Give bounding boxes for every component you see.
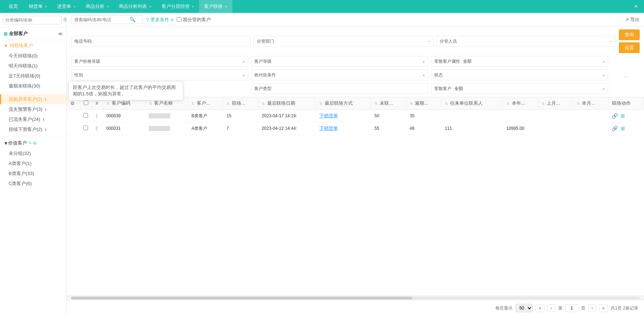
- nav-tab-analysis-close[interactable]: ×: [107, 4, 109, 9]
- th-last-date[interactable]: ⇅ 最后联络日期: [258, 97, 316, 110]
- nav-tab-customer-segment[interactable]: 客户分层经营 ×: [157, 0, 199, 13]
- filter-price-level[interactable]: 客户价格等级 ∨: [71, 56, 248, 67]
- sidebar-collapse-button[interactable]: ≪: [58, 31, 63, 37]
- action-link-icon-1[interactable]: 🔗: [612, 113, 618, 119]
- last-page-button[interactable]: »: [599, 304, 608, 312]
- last-method-link-2[interactable]: 下销货单: [319, 126, 338, 131]
- nav-tab-home[interactable]: 首页: [3, 0, 24, 13]
- first-page-button[interactable]: «: [536, 304, 545, 312]
- sidebar-item-churn-warning[interactable]: 流失预警客户(3) ℹ: [0, 104, 66, 114]
- th-unit-contact[interactable]: ⇅ 往来单位联系人: [441, 97, 502, 110]
- search-icon[interactable]: 🔍: [130, 17, 135, 22]
- filter-manager[interactable]: 分管人员 ···: [436, 36, 616, 47]
- sidebar-search-input[interactable]: [3, 16, 62, 24]
- sidebar-item-class-c[interactable]: C类客户(6): [0, 179, 66, 189]
- nav-tab-purchase-close[interactable]: ×: [73, 4, 75, 9]
- my-customers-checkbox-label[interactable]: 我分管的客户: [177, 16, 211, 23]
- more-conditions-button[interactable]: ▽ 更多条件 ∨: [146, 16, 174, 23]
- edit-icon[interactable]: ✎: [28, 141, 32, 146]
- th-overdue[interactable]: ⇅ 逾期...: [406, 97, 441, 110]
- sidebar-search-icon[interactable]: 🔍: [63, 18, 67, 23]
- search-input[interactable]: [74, 17, 128, 22]
- sidebar-group-waiting[interactable]: ▼ 待联络客户: [0, 40, 66, 51]
- nav-tab-purchase[interactable]: 进货单 ×: [52, 0, 80, 13]
- row-checkbox-2[interactable]: [83, 126, 88, 130]
- filter-dept[interactable]: 分管部门 ∨: [254, 36, 433, 47]
- settings-col-icon[interactable]: ⚙: [70, 101, 75, 106]
- table-wrapper[interactable]: ⚙ # ⇅ 客户编码 ⇅ 客户: [67, 97, 644, 296]
- page-unit-label: 页: [581, 305, 585, 311]
- nav-tab-sales-close[interactable]: ×: [45, 4, 47, 9]
- filter-dept-label: 分管部门: [257, 38, 274, 44]
- prev-page-button[interactable]: ‹: [547, 304, 555, 312]
- nav-tab-analysis-list[interactable]: 商品分析列表 ×: [114, 0, 156, 13]
- sidebar-item-class-a[interactable]: A类客户(1): [0, 159, 66, 169]
- td-uncontacted-1: 50: [371, 110, 406, 122]
- next-page-button[interactable]: ›: [588, 304, 596, 312]
- query-button[interactable]: 查询: [619, 29, 640, 40]
- sort-icon5: ⇅: [262, 102, 265, 105]
- td-actions-1: 🔗 ⊞: [608, 110, 644, 122]
- th-this-month[interactable]: ⇅ 本月...: [573, 97, 608, 110]
- sidebar-item-overdue[interactable]: 逾期未联络(30): [0, 81, 66, 91]
- sidebar-item-tomorrow[interactable]: 明天待联络(1): [0, 61, 66, 71]
- sidebar-item-repurchase-abnormal[interactable]: 回购异常客户(2) ℹ: [0, 94, 66, 104]
- th-contact-label: 联络...: [232, 100, 245, 106]
- nav-tab-customer-contact[interactable]: 客户联络 ×: [199, 0, 232, 13]
- row-checkbox-1[interactable]: [83, 113, 88, 118]
- td-code-1: 000039: [103, 110, 145, 122]
- sidebar-item-churned[interactable]: 已流失客户(24) ℹ: [0, 114, 66, 124]
- th-last-month[interactable]: ⇅ 上月...: [538, 97, 573, 110]
- th-last-method[interactable]: ⇅ 最后联络方式: [316, 97, 371, 110]
- filter-retail-customer[interactable]: 零散客户 全部 ∨: [431, 83, 608, 94]
- sidebar-group-value[interactable]: ▼ 价值客户 ✎ ⚙: [0, 138, 66, 148]
- filter-retail-attr[interactable]: 零散客户属性 全部 ∨: [431, 56, 608, 67]
- th-contact-num[interactable]: ⇅ 联络...: [223, 97, 258, 110]
- td-checkbox-2[interactable]: [80, 122, 92, 135]
- action-grid-icon-2[interactable]: ⊞: [621, 126, 625, 131]
- sidebar-item-ungroup[interactable]: 未分组(32): [0, 148, 66, 159]
- td-contact-2: 7: [223, 122, 258, 135]
- nav-tab-contact-close[interactable]: ×: [225, 4, 227, 9]
- nav-tab-analysis[interactable]: 商品分析 ×: [81, 0, 114, 13]
- content-area: 距客户上次交易时长，超过了此客户的平均交易周期的1.5倍，则视为异常。 ... …: [67, 13, 644, 316]
- sort-icon2: ⇅: [149, 102, 152, 105]
- filter-payment-terms[interactable]: 收付款条件 ∨: [251, 70, 428, 80]
- filter-phone[interactable]: 电话号码: [71, 36, 251, 47]
- settings-button[interactable]: 设置: [619, 42, 640, 53]
- sidebar-item-class-b-label: B类客户(33): [9, 171, 34, 176]
- th-level[interactable]: ⇅ 客户...: [188, 97, 223, 110]
- settings-icon[interactable]: ⚙: [33, 141, 37, 146]
- scrollbar-thumb[interactable]: [71, 297, 412, 300]
- select-all-checkbox[interactable]: [84, 100, 88, 105]
- more-filters-dots[interactable]: ...: [623, 72, 627, 78]
- nav-tab-analysis-list-close[interactable]: ×: [149, 4, 151, 9]
- th-uncontacted[interactable]: ⇅ 未联...: [371, 97, 406, 110]
- scrollbar-track: [71, 297, 640, 300]
- th-this-year[interactable]: ⇅ 本年...: [503, 97, 538, 110]
- td-last-method-2[interactable]: 下销货单: [316, 122, 371, 135]
- chevron-down-icon6: ∨: [242, 73, 245, 77]
- sidebar-item-today[interactable]: 今天待联络(0): [0, 51, 66, 61]
- filter-customer-type[interactable]: 客户类型: [251, 83, 428, 94]
- sidebar-item-7days[interactable]: 近7天待联络(0): [0, 71, 66, 81]
- sidebar-item-class-b[interactable]: B类客户(33): [0, 169, 66, 179]
- action-grid-icon-1[interactable]: ⊞: [621, 113, 625, 119]
- last-method-link-1[interactable]: 下销货单: [319, 113, 338, 118]
- nav-tab-sales[interactable]: 销货单 ×: [24, 0, 52, 13]
- sidebar-item-declining[interactable]: 持续下滑客户(2) ℹ: [0, 124, 66, 135]
- page-size-select[interactable]: 50: [515, 304, 533, 312]
- td-checkbox-1[interactable]: [80, 110, 92, 122]
- horizontal-scrollbar[interactable]: [67, 296, 644, 300]
- nav-tab-segment-close[interactable]: ×: [192, 4, 194, 9]
- action-link-icon-2[interactable]: 🔗: [612, 126, 618, 131]
- window-close-button[interactable]: ×: [631, 1, 641, 11]
- page-input[interactable]: [565, 304, 578, 312]
- filter-customer-level[interactable]: 客户等级 ∨: [251, 56, 428, 67]
- filter-gender[interactable]: 性别 ∨: [71, 70, 248, 80]
- export-button[interactable]: ↗ 导出: [625, 16, 640, 23]
- my-customers-checkbox[interactable]: [177, 17, 181, 22]
- td-last-method-1[interactable]: 下销货单: [316, 110, 371, 122]
- td-name-2: [145, 122, 187, 135]
- filter-status[interactable]: 状态 ∨: [431, 70, 608, 80]
